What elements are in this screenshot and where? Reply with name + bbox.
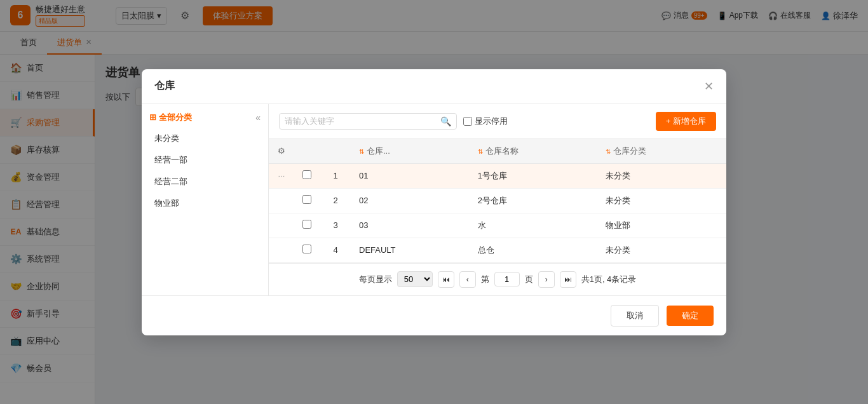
row-num: 3 [320, 213, 351, 238]
row-gear[interactable]: ··· [269, 213, 294, 238]
first-page-button[interactable]: ⏮ [438, 271, 454, 288]
row-gear[interactable]: ··· [269, 188, 294, 213]
row-num: 2 [320, 188, 351, 213]
row-code: 02 [351, 188, 470, 213]
next-page-button[interactable]: › [538, 271, 555, 288]
row-gear[interactable]: ··· [269, 238, 294, 262]
row-checkbox-cell[interactable] [294, 188, 320, 213]
tree-panel: ⊞ 全部分类 « 未分类 经营一部 经营二部 物业部 [142, 104, 269, 295]
row-name: 1号仓库 [470, 163, 599, 188]
search-input[interactable] [285, 116, 437, 126]
dialog-header: 仓库 ✕ [142, 69, 726, 104]
prev-page-button[interactable]: ‹ [459, 271, 476, 288]
last-page-button[interactable]: ⏭ [560, 271, 576, 288]
row-num: 4 [320, 238, 351, 262]
dialog-body: ⊞ 全部分类 « 未分类 经营一部 经营二部 物业部 🔍 [142, 104, 726, 295]
row-code: 03 [351, 213, 470, 238]
col-header-gear: ⚙ [269, 139, 294, 164]
data-table: ⚙ ⇅仓库... ⇅仓库名称 ⇅仓库分类 ··· 1 01 1号仓 [269, 139, 726, 263]
more-icon[interactable]: ··· [278, 171, 285, 180]
show-disabled-checkbox[interactable] [463, 117, 472, 126]
row-category: 未分类 [598, 163, 726, 188]
row-checkbox-cell[interactable] [294, 213, 320, 238]
page-number-input[interactable] [494, 272, 520, 286]
row-checkbox[interactable] [302, 245, 311, 253]
sort-icon-code: ⇅ [359, 148, 364, 155]
per-page-select[interactable]: 50 10 20 100 [397, 271, 433, 287]
col-header-name[interactable]: ⇅仓库名称 [470, 139, 599, 164]
warehouse-dialog: 仓库 ✕ ⊞ 全部分类 « 未分类 经营一部 经营二部 物业部 [142, 69, 726, 335]
table-panel: 🔍 显示停用 + 新增仓库 ⚙ [269, 104, 726, 295]
tree-item-ops1[interactable]: 经营一部 [149, 150, 261, 170]
tree-collapse-icon[interactable]: « [255, 112, 261, 123]
row-category: 未分类 [598, 188, 726, 213]
sort-icon-name: ⇅ [478, 148, 483, 155]
dialog-close-button[interactable]: ✕ [704, 79, 714, 93]
row-gear[interactable]: ··· [269, 163, 294, 188]
row-code: DEFAULT [351, 238, 470, 262]
row-name: 水 [470, 213, 599, 238]
col-header-check [294, 139, 320, 164]
dialog-overlay: 仓库 ✕ ⊞ 全部分类 « 未分类 经营一部 经营二部 物业部 [0, 0, 868, 404]
sort-icon-category: ⇅ [606, 148, 611, 155]
row-num: 1 [320, 163, 351, 188]
row-checkbox[interactable] [302, 170, 311, 179]
show-disabled-label[interactable]: 显示停用 [463, 116, 508, 127]
table-row[interactable]: ··· 2 02 2号仓库 未分类 [269, 188, 726, 213]
tree-item-unclassified[interactable]: 未分类 [149, 128, 261, 149]
row-category: 物业部 [598, 213, 726, 238]
row-name: 总仓 [470, 238, 599, 262]
dialog-footer: 取消 确定 [142, 295, 726, 335]
page-label: 页 [525, 274, 533, 285]
col-header-code[interactable]: ⇅仓库... [351, 139, 470, 164]
search-box: 🔍 [279, 113, 457, 130]
row-checkbox[interactable] [302, 195, 311, 204]
row-checkbox-cell[interactable] [294, 238, 320, 262]
row-name: 2号仓库 [470, 188, 599, 213]
pagination: 每页显示 50 10 20 100 ⏮ ‹ 第 页 › ⏭ 共1页, 4条记录 [269, 263, 726, 295]
table-row[interactable]: ··· 3 03 水 物业部 [269, 213, 726, 238]
tree-item-ops2[interactable]: 经营二部 [149, 172, 261, 192]
table-row[interactable]: ··· 1 01 1号仓库 未分类 [269, 163, 726, 188]
dialog-title: 仓库 [154, 79, 175, 93]
page-label-pre: 第 [481, 274, 489, 285]
confirm-button[interactable]: 确定 [667, 306, 714, 326]
grid-icon: ⊞ [149, 112, 156, 122]
col-header-num [320, 139, 351, 164]
tree-header: ⊞ 全部分类 « [149, 112, 261, 123]
tree-title: ⊞ 全部分类 [149, 112, 192, 123]
row-category: 未分类 [598, 238, 726, 262]
tree-item-property[interactable]: 物业部 [149, 193, 261, 213]
cancel-button[interactable]: 取消 [611, 305, 659, 327]
row-checkbox[interactable] [302, 220, 311, 229]
table-row[interactable]: ··· 4 DEFAULT 总仓 未分类 [269, 238, 726, 262]
add-warehouse-button[interactable]: + 新增仓库 [656, 112, 716, 131]
total-info: 共1页, 4条记录 [581, 274, 637, 285]
search-icon[interactable]: 🔍 [440, 116, 451, 126]
row-checkbox-cell[interactable] [294, 163, 320, 188]
table-toolbar: 🔍 显示停用 + 新增仓库 [269, 104, 726, 139]
col-header-category[interactable]: ⇅仓库分类 [598, 139, 726, 164]
row-code: 01 [351, 163, 470, 188]
